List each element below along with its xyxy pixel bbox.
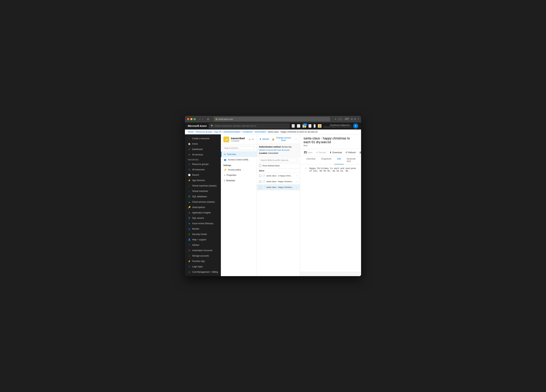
address-bar[interactable]: 🔒 portal.azure.com xyxy=(214,117,330,121)
sidebar-item-vm[interactable]: □ Virtual machines xyxy=(185,188,221,194)
share-button[interactable]: ⬆ xyxy=(354,118,356,120)
amp-badge: AMP xyxy=(344,118,350,120)
container-collapse-button[interactable]: ⟨⟩ xyxy=(248,138,251,141)
sidebar-item-automation[interactable]: ⚙ Automation Accounts xyxy=(185,248,221,253)
container-nav-access-policy[interactable]: 🔑 Access policy xyxy=(221,167,257,173)
blob-more-1[interactable]: ··· xyxy=(296,175,298,177)
app-services-icon: ⚡ xyxy=(188,179,191,182)
sidebar-item-all-resources[interactable]: ⊡ All resources xyxy=(185,167,221,172)
back-button[interactable]: ‹ xyxy=(199,117,201,121)
feedback2-button[interactable]: 😊 xyxy=(318,124,322,128)
cloud-services-icon: ☁ xyxy=(188,200,191,203)
change-access-button[interactable]: 🔒 Change access level xyxy=(271,136,292,142)
download-button[interactable]: ⬇ Download xyxy=(329,150,342,154)
blob-checkbox-3[interactable] xyxy=(259,186,261,188)
blob-item[interactable]: 📄 santa claus - a happy christ... ··· xyxy=(257,173,300,179)
container-nav-properties[interactable]: ≡ Properties xyxy=(221,173,257,178)
tab-edit[interactable]: Edit xyxy=(334,156,344,164)
search-icon: 🔍 xyxy=(211,125,214,127)
blob-more-2[interactable]: ··· xyxy=(296,180,298,183)
sidebar-item-azure-ad[interactable]: ◆ Azure Active Directory xyxy=(185,221,221,226)
sidebar-item-all-services[interactable]: ≡ All services xyxy=(185,152,221,157)
blob-checkbox-1[interactable] xyxy=(259,175,261,177)
sidebar-vm-classic-label: Virtual machines (classic) xyxy=(192,185,217,187)
container-nav-overview[interactable]: ⊡ Overview xyxy=(221,152,257,157)
sidebar-item-help-support[interactable]: 👤 Help + support xyxy=(185,237,221,242)
close-button[interactable] xyxy=(187,118,189,120)
sidebar-item-security-center[interactable]: ⊛ Security Center xyxy=(185,231,221,237)
sidebar-item-cloud-services[interactable]: ☁ Cloud services (classic) xyxy=(185,199,221,205)
sidebar-toggle-button[interactable]: ⊟ xyxy=(206,117,210,121)
maximize-button[interactable] xyxy=(194,118,196,120)
sidebar-item-advisor[interactable]: ⬡ Advisor xyxy=(185,242,221,248)
sidebar-item-home[interactable]: 🏠 Home xyxy=(185,141,221,147)
browser-refresh-button[interactable]: ↺ xyxy=(334,118,336,120)
container-nav-iam[interactable]: 👥 Access Control (IAM) xyxy=(221,157,257,162)
sidebar-dashboard-label: Dashboard xyxy=(192,148,203,151)
container-close-button[interactable]: ✕ xyxy=(252,138,254,141)
sidebar-item-storage[interactable]: ▭ Storage accounts xyxy=(185,253,221,258)
alert-count: 1 xyxy=(341,118,342,120)
sidebar-app-insights-label: Application Insights xyxy=(192,212,211,214)
sidebar-item-create[interactable]: + Create a resource xyxy=(185,136,221,141)
delete-button[interactable]: 🗑 Delete xyxy=(359,150,361,154)
breadcrumb-containers[interactable]: audiotranscription - Containers xyxy=(223,131,253,133)
vm-icon: □ xyxy=(188,190,191,193)
tab-snapshots[interactable]: Snapshots xyxy=(318,156,334,164)
blob-toolbar: ⬆ Upload 🔒 Change access level ··· xyxy=(257,134,300,144)
sidebar-item-function-app[interactable]: ⚡ Function App xyxy=(185,258,221,264)
blob-toolbar-more-button[interactable]: ··· xyxy=(295,137,298,141)
user-avatar[interactable]: S xyxy=(353,123,358,129)
titlebar-right: ⚠ 1 AMP ⧉ ⬆ + xyxy=(338,118,359,121)
blob-item-3[interactable]: 📄 santa claus - happy christma... ··· xyxy=(257,185,300,190)
cloud-shell-button[interactable]: ▣ xyxy=(292,124,295,128)
sidebar-item-app-insights[interactable]: ◈ Application Insights xyxy=(185,210,221,215)
azure-search-bar[interactable]: 🔍 Search resources, services, and docs (… xyxy=(209,123,290,129)
sidebar-item-logic-apps[interactable]: ⟳ Logic Apps xyxy=(185,264,221,269)
alert-badge: ⚠ 1 xyxy=(338,118,343,120)
sidebar-item-subscriptions[interactable]: 🔑 Subscriptions xyxy=(185,205,221,210)
breadcrumb-sep-5: › xyxy=(266,131,267,133)
feedback-button[interactable]: ☺ xyxy=(297,124,300,128)
tab-generate-sas[interactable]: Generate SAS xyxy=(344,156,358,164)
settings-button[interactable]: ⚙ xyxy=(308,124,312,128)
blob-item-2[interactable]: 📄 santa claus - happy christma... ··· xyxy=(257,179,300,185)
new-tab-button[interactable]: + xyxy=(358,118,359,120)
sidebar-subscriptions-label: Subscriptions xyxy=(192,206,205,209)
show-deleted-checkbox[interactable] xyxy=(259,165,261,167)
sidebar-item-vm-classic[interactable]: □ Virtual machines (classic) xyxy=(185,183,221,188)
help-button[interactable]: ? xyxy=(314,124,316,128)
sidebar-item-app-services[interactable]: ⚡ App Services xyxy=(185,178,221,183)
upload-button[interactable]: ⬆ Upload xyxy=(259,137,269,141)
refresh-button[interactable]: ↺ Refresh xyxy=(345,150,356,154)
sidebar-item-cost-management[interactable]: ◎ Cost Management + Billing xyxy=(185,269,221,275)
blob-search-input[interactable] xyxy=(259,158,298,162)
breadcrumb-resource-groups[interactable]: Resource groups xyxy=(196,131,212,133)
sidebar-item-sql-servers[interactable]: 🗄 SQL servers xyxy=(185,215,221,221)
forward-button[interactable]: › xyxy=(202,117,204,121)
upload-label: Upload xyxy=(262,138,269,140)
extensions-button[interactable]: ⧉ xyxy=(351,118,353,121)
sidebar-item-recent[interactable]: 🕐 Recent xyxy=(185,172,221,178)
container-title: transcribed xyxy=(231,137,245,140)
blob-checkbox-2[interactable] xyxy=(259,180,261,183)
save-button[interactable]: 💾 Save xyxy=(304,150,313,154)
breadcrumb-home[interactable]: Home xyxy=(188,131,194,133)
sidebar-item-dashboard[interactable]: ⊞ Dashboard xyxy=(185,147,221,152)
breadcrumb-day25[interactable]: Day-25 xyxy=(214,131,221,133)
sidebar-item-resource-groups[interactable]: ◫ Resource groups xyxy=(185,161,221,167)
sidebar-item-sql-db[interactable]: 🗄 SQL databases xyxy=(185,194,221,199)
container-search-input[interactable] xyxy=(223,146,255,150)
auth-switch-link[interactable]: (Switch to Azure AD User Account) xyxy=(259,149,289,151)
sidebar-item-monitor[interactable]: ◉ Monitor xyxy=(185,226,221,231)
user-info[interactable]: stuartleaveruk@gmail.c... DEFAULT DIRECT… xyxy=(324,123,358,129)
minimize-button[interactable] xyxy=(190,118,193,120)
container-nav-metadata[interactable]: ℹ Metadata xyxy=(221,178,257,183)
tab-overview-label: Overview xyxy=(306,158,315,160)
discard-button[interactable]: ✕ Discard xyxy=(316,150,326,154)
tab-overview[interactable]: Overview xyxy=(304,156,318,164)
breadcrumb-transcribed[interactable]: transcribed xyxy=(255,131,266,133)
blob-more-3[interactable]: ··· xyxy=(296,186,298,188)
location-row: Location: transcribed xyxy=(259,152,298,155)
sidebar-monitor-label: Monitor xyxy=(192,228,199,230)
